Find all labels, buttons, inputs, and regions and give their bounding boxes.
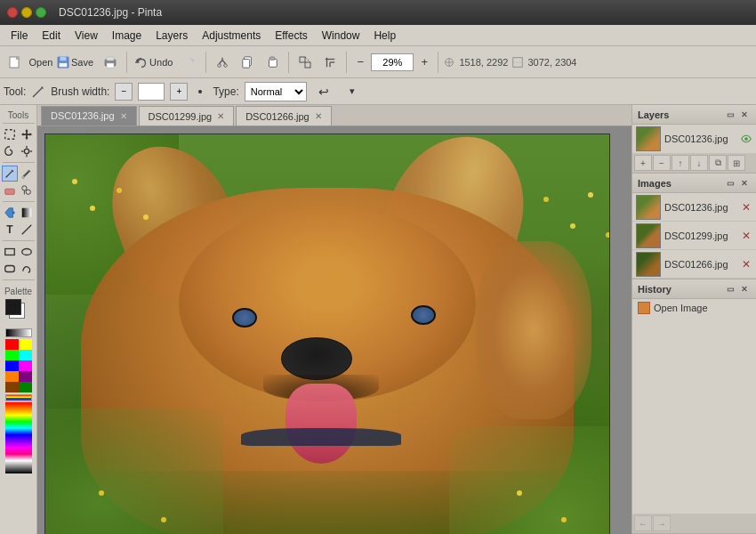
layer-item-dsc01236[interactable]: DSC01236.jpg bbox=[632, 125, 756, 153]
swatch-blue[interactable] bbox=[5, 360, 19, 371]
swatch-cyan[interactable] bbox=[19, 350, 32, 360]
image-delete-dsc01236[interactable]: ✕ bbox=[740, 201, 752, 214]
canvas-image[interactable] bbox=[44, 134, 610, 534]
stroke-options-button[interactable]: ▾ bbox=[341, 80, 364, 103]
image-item-dsc01266[interactable]: DSC01266.jpg ✕ bbox=[632, 250, 756, 279]
tab-dsc01236-close[interactable]: ✕ bbox=[120, 111, 127, 121]
zoom-in-button[interactable]: + bbox=[415, 51, 433, 74]
layer-eye-dsc01236[interactable] bbox=[740, 133, 752, 145]
save-button[interactable]: Save bbox=[53, 51, 97, 74]
svg-rect-19 bbox=[270, 56, 275, 60]
swatch-purple[interactable] bbox=[19, 371, 32, 382]
tab-dsc01236[interactable]: DSC01236.jpg ✕ bbox=[41, 106, 137, 125]
brush-decrease-button[interactable]: − bbox=[115, 83, 133, 101]
swatch-orange[interactable] bbox=[5, 371, 19, 382]
resize-button[interactable] bbox=[294, 51, 317, 74]
brush-type-select[interactable]: Normal Multiply Screen bbox=[245, 82, 307, 101]
crop-button[interactable] bbox=[318, 51, 342, 74]
layer-remove-button[interactable]: − bbox=[653, 155, 671, 171]
menu-adjustments[interactable]: Adjustments bbox=[195, 28, 268, 44]
image-delete-dsc01266[interactable]: ✕ bbox=[740, 258, 752, 271]
gradient-tool[interactable] bbox=[19, 205, 35, 221]
tab-dsc01236-label: DSC01236.jpg bbox=[51, 110, 115, 121]
canvas-scroll[interactable] bbox=[37, 126, 631, 534]
brush-tool[interactable] bbox=[19, 166, 35, 182]
lasso-tool[interactable] bbox=[2, 143, 18, 159]
menu-effects[interactable]: Effects bbox=[268, 28, 314, 44]
brush-increase-button[interactable]: + bbox=[170, 83, 188, 101]
open-button[interactable]: Open bbox=[28, 51, 52, 74]
minimize-button[interactable] bbox=[21, 7, 32, 18]
history-minimize-button[interactable]: ▭ bbox=[724, 283, 736, 295]
cut-button[interactable] bbox=[211, 51, 234, 74]
layer-duplicate-button[interactable]: ⧉ bbox=[709, 155, 727, 171]
fg-color-swatch[interactable] bbox=[5, 299, 21, 315]
zoom-input[interactable]: 29% bbox=[371, 53, 414, 71]
layers-minimize-button[interactable]: ▭ bbox=[724, 109, 736, 121]
clone-tool[interactable] bbox=[19, 182, 35, 198]
tab-dsc01266-close[interactable]: ✕ bbox=[315, 111, 322, 121]
freeform-tool[interactable] bbox=[19, 261, 35, 277]
images-minimize-button[interactable]: ▭ bbox=[724, 177, 736, 190]
menu-layers[interactable]: Layers bbox=[149, 28, 195, 44]
history-undo-button[interactable]: ← bbox=[634, 515, 652, 531]
svg-rect-21 bbox=[305, 62, 310, 68]
bw-gradient[interactable] bbox=[5, 328, 32, 337]
copy-button[interactable] bbox=[236, 51, 259, 74]
tab-dsc01299[interactable]: DSC01299.jpg ✕ bbox=[139, 106, 235, 125]
history-item-open[interactable]: Open Image bbox=[632, 299, 756, 317]
stroke-curve-button[interactable]: ↩ bbox=[312, 80, 335, 103]
menu-window[interactable]: Window bbox=[315, 28, 367, 44]
rectangle-tool[interactable] bbox=[2, 244, 18, 260]
image-item-dsc01299[interactable]: DSC01299.jpg ✕ bbox=[632, 222, 756, 250]
images-close-button[interactable]: ✕ bbox=[738, 177, 751, 190]
eraser-tool[interactable] bbox=[2, 182, 18, 198]
menu-edit[interactable]: Edit bbox=[35, 28, 68, 44]
menu-help[interactable]: Help bbox=[366, 28, 403, 44]
magic-wand-tool[interactable] bbox=[19, 143, 35, 159]
layers-close-button[interactable]: ✕ bbox=[738, 109, 751, 121]
layer-merge-button[interactable]: ⊞ bbox=[728, 155, 745, 171]
ellipse-tool[interactable] bbox=[19, 244, 35, 260]
menu-file[interactable]: File bbox=[4, 28, 35, 44]
layer-up-button[interactable]: ↑ bbox=[672, 155, 689, 171]
coordinates-display: 1518, 2292 3072, 2304 bbox=[443, 56, 576, 69]
history-redo-button[interactable]: → bbox=[653, 515, 671, 531]
image-item-dsc01236[interactable]: DSC01236.jpg ✕ bbox=[632, 193, 756, 222]
undo-button[interactable]: Undo bbox=[132, 51, 176, 74]
image-delete-dsc01299[interactable]: ✕ bbox=[740, 230, 752, 242]
print-button[interactable] bbox=[99, 51, 122, 74]
zoom-out-button[interactable]: − bbox=[351, 51, 369, 74]
menu-view[interactable]: View bbox=[68, 28, 105, 44]
pencil-tool[interactable] bbox=[2, 166, 18, 182]
history-close-button[interactable]: ✕ bbox=[738, 283, 751, 295]
swatch-darkgreen[interactable] bbox=[19, 382, 32, 392]
rainbow-bar[interactable] bbox=[5, 394, 32, 401]
tools-label: Tools bbox=[8, 110, 28, 120]
tab-dsc01266[interactable]: DSC01266.jpg ✕ bbox=[236, 106, 332, 125]
color-spectrum[interactable] bbox=[5, 402, 32, 473]
swatch-magenta[interactable] bbox=[19, 360, 32, 371]
move-tool[interactable] bbox=[19, 126, 35, 142]
swatch-yellow[interactable] bbox=[19, 339, 32, 350]
rect-select-tool[interactable] bbox=[2, 126, 18, 142]
redo-button[interactable] bbox=[178, 51, 201, 74]
menu-image[interactable]: Image bbox=[105, 28, 149, 44]
paste-button[interactable] bbox=[261, 51, 284, 74]
swatch-red[interactable] bbox=[5, 339, 19, 350]
layer-add-button[interactable]: + bbox=[634, 155, 652, 171]
swatch-green[interactable] bbox=[5, 350, 19, 360]
new-button[interactable] bbox=[4, 51, 27, 74]
maximize-button[interactable] bbox=[36, 7, 46, 18]
tab-dsc01299-close[interactable]: ✕ bbox=[217, 111, 224, 121]
layer-down-button[interactable]: ↓ bbox=[690, 155, 708, 171]
brush-width-input[interactable]: 2 bbox=[138, 83, 165, 101]
line-tool[interactable] bbox=[19, 222, 35, 238]
text-tool[interactable]: T bbox=[2, 222, 18, 238]
fill-tool[interactable] bbox=[2, 205, 18, 221]
dog-paw-right bbox=[476, 241, 591, 419]
svg-rect-57 bbox=[5, 266, 15, 272]
close-button[interactable] bbox=[7, 7, 18, 18]
roundedrect-tool[interactable] bbox=[2, 261, 18, 277]
swatch-brown[interactable] bbox=[5, 382, 19, 392]
